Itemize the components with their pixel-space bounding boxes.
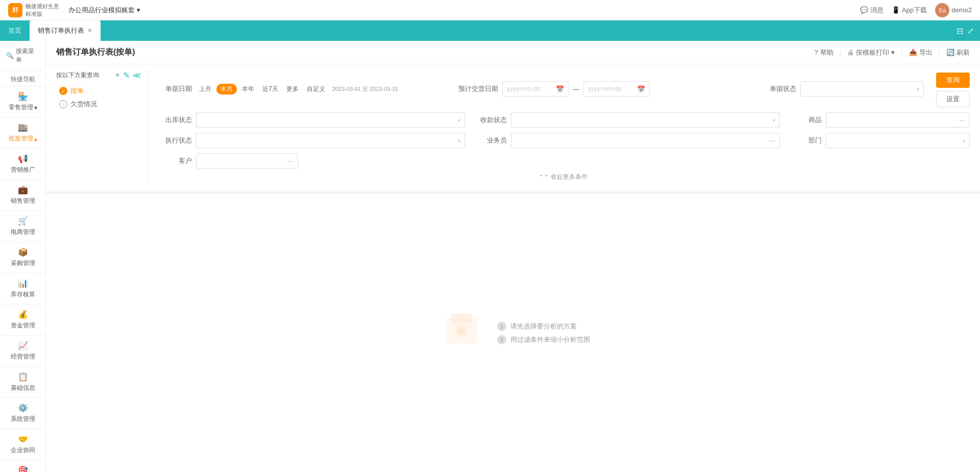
execution-input[interactable]: ▾ xyxy=(196,133,465,148)
last-7days-btn[interactable]: 近7天 xyxy=(259,84,281,95)
collapse-scheme-btn[interactable]: ≪ xyxy=(133,70,141,80)
message-icon: 💬 xyxy=(860,6,868,14)
export-action[interactable]: 📤 导出 xyxy=(909,48,933,57)
filter-group-doc-status: 单据状态 ▾ xyxy=(761,81,924,97)
this-year-btn[interactable]: 本年 xyxy=(239,84,257,95)
print-action[interactable]: 🖨 按模板打印 ▾ xyxy=(847,48,895,57)
sidebar-item-inventory[interactable]: 📊 库存核算 xyxy=(0,273,45,304)
divider2: | xyxy=(901,49,902,56)
this-month-btn[interactable]: 本月 xyxy=(216,84,237,95)
main-layout: 🔍 搜索菜单 快捷导航 🏪 零售管理 ▾ 🏬 批发管理 ▴ 📢 营销推广 xyxy=(0,41,980,472)
customer-more-icon[interactable]: ··· xyxy=(287,157,293,165)
execution-label: 执行状态 xyxy=(156,136,192,145)
tab-sales-execution[interactable]: 销售订单执行表 ✕ xyxy=(30,20,101,41)
setting-button[interactable]: 设置 xyxy=(936,91,970,107)
salesrep-more-icon[interactable]: ··· xyxy=(769,136,775,145)
customer-input[interactable]: ··· xyxy=(196,153,298,169)
mobile-icon: 📱 xyxy=(892,6,900,14)
sidebar: 🔍 搜索菜单 快捷导航 🏪 零售管理 ▾ 🏬 批发管理 ▴ 📢 营销推广 xyxy=(0,41,46,472)
sidebar-item-system[interactable]: ⚙️ 系统管理 xyxy=(0,398,45,429)
search-icon: 🔍 xyxy=(6,52,14,59)
sidebar-quicknav[interactable]: 快捷导航 xyxy=(0,71,45,86)
tab-expand-icon[interactable]: ⤢ xyxy=(967,26,974,36)
message-nav-item[interactable]: 💬 消息 xyxy=(860,6,884,15)
filter-panel: 按以下方案查询 + ✎ ≪ ✓ 按单 ○ xyxy=(46,64,980,192)
print-icon: 🖨 xyxy=(847,49,854,56)
filter-group-salesrep: 业务员 ··· xyxy=(471,133,780,148)
custom-period-btn[interactable]: 自定义 xyxy=(304,84,328,95)
customer-label: 客户 xyxy=(156,156,192,166)
salesrep-input[interactable]: ··· xyxy=(511,133,780,148)
more-period-btn[interactable]: 更多 xyxy=(283,84,302,95)
add-scheme-btn[interactable]: + xyxy=(115,70,120,80)
sidebar-item-ecommerce[interactable]: 🛒 电商管理 xyxy=(0,211,45,242)
tab-close-icon[interactable]: ✕ xyxy=(87,27,92,34)
query-button[interactable]: 查询 xyxy=(936,73,970,88)
tab-bar-actions: ⊟ ⤢ xyxy=(957,26,980,36)
newbie-icon: 🎯 xyxy=(18,465,28,472)
product-input[interactable]: ··· xyxy=(826,112,970,128)
outbound-arrow-icon: ▾ xyxy=(458,117,460,123)
search-menu-btn[interactable]: 🔍 搜索菜单 xyxy=(4,45,41,66)
enterprise-icon: 🤝 xyxy=(18,434,28,444)
divider3: | xyxy=(939,49,940,56)
refresh-action[interactable]: 🔄 刷新 xyxy=(946,48,970,57)
retail-icon: 🏪 xyxy=(18,91,28,101)
sidebar-item-purchase[interactable]: 📦 采购管理 xyxy=(0,242,45,273)
sidebar-item-finance[interactable]: 💰 资金管理 xyxy=(0,304,45,336)
top-bar-right: 💬 消息 📱 App下载 Ea demo2 xyxy=(860,3,972,17)
basic-info-icon: 📋 xyxy=(18,372,28,382)
sidebar-item-enterprise[interactable]: 🤝 企业协同 xyxy=(0,429,45,460)
tab-minimize-icon[interactable]: ⊟ xyxy=(957,26,963,36)
step-1-num: 1 xyxy=(497,322,506,331)
svg-rect-1 xyxy=(451,313,472,323)
doc-status-input[interactable]: ▾ xyxy=(800,81,924,97)
help-icon: ? xyxy=(815,49,818,56)
last-month-btn[interactable]: 上月 xyxy=(196,84,214,95)
top-bar: 好 畅捷通好生意 标准版 办公用品行业模拟账套 ▾ 💬 消息 📱 App下载 E… xyxy=(0,0,980,20)
department-input[interactable]: ▾ xyxy=(826,133,970,148)
purchase-icon: 📦 xyxy=(18,247,28,257)
outbound-label: 出库状态 xyxy=(156,115,192,125)
sidebar-item-newbie[interactable]: 🎯 新手引导 xyxy=(0,460,45,472)
filter-row-2: 出库状态 ▾ 收款状态 xyxy=(156,112,970,128)
print-chevron-icon: ▾ xyxy=(891,49,895,56)
empty-state: 1 请先选择要分析的方案 2 用过滤条件来缩小分析范围 xyxy=(46,194,980,472)
logo-text: 畅捷通好生意 标准版 xyxy=(26,3,59,17)
sidebar-item-marketing[interactable]: 📢 营销推广 xyxy=(0,149,45,180)
scheme-actions: + ✎ ≪ xyxy=(115,70,141,80)
avatar: Ea xyxy=(935,3,949,17)
app-download-nav-item[interactable]: 📱 App下载 xyxy=(892,6,927,15)
sidebar-item-basic-info[interactable]: 📋 基础信息 xyxy=(0,367,45,398)
sidebar-item-retail[interactable]: 🏪 零售管理 ▾ xyxy=(0,86,45,117)
receipt-input[interactable]: ▾ xyxy=(511,112,780,128)
help-action[interactable]: ? 帮助 xyxy=(815,48,834,57)
product-more-icon[interactable]: ··· xyxy=(959,116,965,124)
collapse-btn[interactable]: ⌃⌃ 收起更多条件 xyxy=(156,169,970,185)
sidebar-search[interactable]: 🔍 搜索菜单 xyxy=(0,41,45,71)
operations-icon: 📈 xyxy=(18,341,28,350)
chevron-icon: ▾ xyxy=(34,104,37,111)
filter-group-customer: 客户 ··· xyxy=(156,153,970,169)
user-profile[interactable]: Ea demo2 xyxy=(935,3,972,17)
sidebar-item-operations[interactable]: 📈 经营管理 xyxy=(0,336,45,367)
expected-delivery-end[interactable]: yyyy-mm-dd 📅 xyxy=(583,81,650,97)
tab-home[interactable]: 首页 xyxy=(0,20,30,41)
edit-scheme-btn[interactable]: ✎ xyxy=(123,70,130,80)
step-2-num: 2 xyxy=(497,335,506,344)
logo-icon: 好 xyxy=(8,3,22,17)
app-selector[interactable]: 办公用品行业模拟账套 ▾ xyxy=(64,6,144,15)
sidebar-item-sales[interactable]: 💼 销售管理 xyxy=(0,180,45,211)
sales-icon: 💼 xyxy=(18,185,28,195)
scheme-item-shortage[interactable]: ○ 欠货情况 xyxy=(56,98,141,111)
expected-delivery-start[interactable]: yyyy-mm-dd 📅 xyxy=(502,81,569,97)
doc-status-arrow-icon: ▾ xyxy=(917,86,919,92)
sidebar-item-wholesale[interactable]: 🏬 批发管理 ▴ xyxy=(0,117,45,149)
outbound-input[interactable]: ▾ xyxy=(196,112,465,128)
scheme-item-order[interactable]: ✓ 按单 xyxy=(56,84,141,98)
filter-group-department: 部门 ▾ xyxy=(786,133,970,148)
page-actions: ? 帮助 | 🖨 按模板打印 ▾ | 📤 导出 | 🔄 刷新 xyxy=(815,48,970,63)
doc-status-label: 单据状态 xyxy=(761,84,796,93)
scheme-header: 按以下方案查询 + ✎ ≪ xyxy=(56,70,141,80)
filter-layout: 按以下方案查询 + ✎ ≪ ✓ 按单 ○ xyxy=(56,70,970,185)
